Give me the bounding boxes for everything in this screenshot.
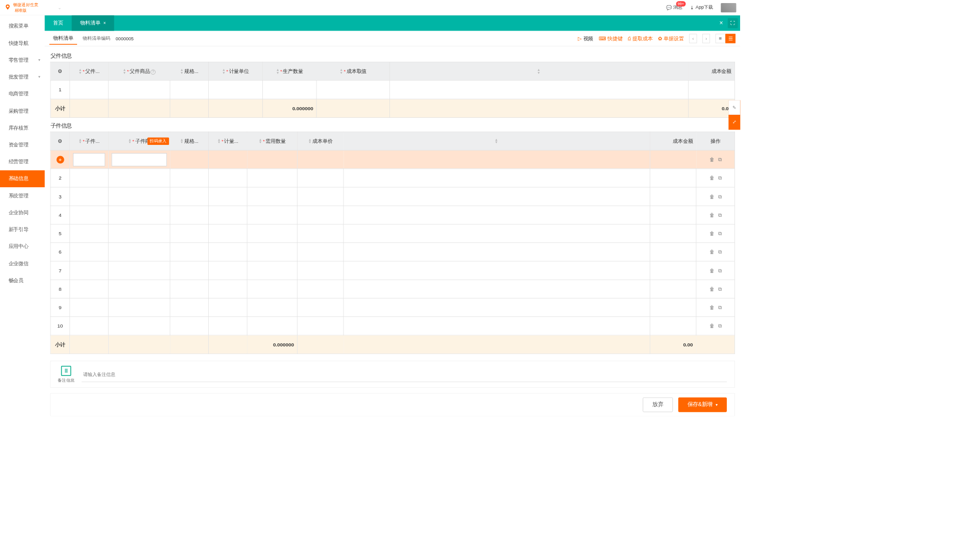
col-parent-spec[interactable]: ▲▼规格... [170, 62, 209, 80]
parent-qty-total: 0.000000 [262, 99, 316, 117]
sidebar-item[interactable]: 电商管理 [0, 86, 45, 103]
delete-icon[interactable]: 🗑 [709, 248, 714, 255]
copy-icon[interactable]: ⧉ [718, 322, 722, 329]
child-row[interactable]: 3🗑⧉ [51, 187, 734, 206]
delete-icon[interactable]: 🗑 [709, 322, 714, 329]
copy-icon[interactable]: ⧉ [718, 267, 722, 273]
add-row-button[interactable]: + [51, 150, 70, 168]
messages-button[interactable]: 💬 消息 99+ [666, 4, 682, 11]
delete-icon[interactable]: 🗑 [709, 286, 714, 292]
sidebar-item[interactable]: 应用中心 [0, 238, 45, 255]
col-parent-costsrc[interactable]: ▲▼*成本取值 [316, 62, 389, 80]
delete-icon[interactable]: 🗑 [709, 267, 714, 273]
chevron-down-icon: ▾ [716, 403, 718, 407]
sidebar-item[interactable]: 零售管理▾ [0, 52, 45, 68]
delete-icon[interactable]: 🗑 [709, 304, 714, 310]
copy-icon[interactable]: ⧉ [718, 304, 722, 310]
child-row[interactable]: 8🗑⧉ [51, 280, 734, 298]
copy-icon[interactable]: ⧉ [718, 193, 722, 199]
company-selector[interactable]: ⌄ [50, 5, 62, 10]
copy-icon[interactable]: ⧉ [718, 212, 722, 218]
fullscreen-button[interactable]: ⛶ [728, 18, 738, 28]
remark-input[interactable] [81, 366, 726, 382]
extract-cost-link[interactable]: ⎙提取成本 [628, 35, 652, 42]
child-row[interactable]: 4🗑⧉ [51, 206, 734, 224]
sidebar-item[interactable]: 新手引导 [0, 221, 45, 238]
child-row[interactable]: 10🗑⧉ [51, 316, 734, 335]
sidebar-item[interactable]: 企业微信 [0, 255, 45, 272]
delete-icon[interactable]: 🗑 [709, 193, 714, 199]
close-icon[interactable]: × [103, 21, 106, 26]
sidebar-item[interactable]: 采购管理 [0, 103, 45, 119]
tab-home[interactable]: 首页 [45, 15, 72, 31]
scan-input-button[interactable]: 扫码录入 [147, 137, 168, 144]
child-code-input[interactable] [73, 153, 105, 166]
col-child-name[interactable]: ▲▼*子件商扫码录入 [108, 132, 170, 150]
view-form-button[interactable]: ☰ [725, 34, 736, 43]
col-child-amount[interactable]: 成本金额 [650, 132, 696, 150]
gear-icon[interactable]: ⚙ [51, 132, 70, 150]
child-row[interactable]: 2🗑⧉ [51, 168, 734, 187]
next-button[interactable]: › [702, 34, 710, 43]
prev-button[interactable]: ‹ [689, 34, 697, 43]
delete-icon[interactable]: 🗑 [709, 212, 714, 218]
save-new-button[interactable]: 保存&新增▾ [678, 397, 726, 412]
copy-icon[interactable]: ⧉ [718, 174, 722, 181]
col-parent-name[interactable]: ▲▼*父件商品? [108, 62, 170, 80]
gear-icon[interactable]: ⚙ [51, 62, 70, 80]
cancel-button[interactable]: 放弃 [643, 397, 673, 412]
edition: 标准版 [15, 8, 39, 13]
child-row[interactable]: 5🗑⧉ [51, 224, 734, 242]
sidebar-item[interactable]: 库存核算 [0, 119, 45, 136]
subtab-bom[interactable]: 物料清单 [50, 32, 77, 44]
view-list-button[interactable]: ≡ [716, 34, 726, 43]
copy-icon[interactable]: ⧉ [718, 230, 722, 236]
shortcut-link[interactable]: ⌨快捷键 [599, 35, 623, 42]
tab-bom[interactable]: 物料清单 × [71, 15, 114, 31]
sidebar-item[interactable]: 搜索菜单 [0, 18, 45, 35]
save-label: 保存&新增 [687, 401, 712, 408]
app-download-button[interactable]: ⤓ App下载 [690, 4, 713, 11]
child-row[interactable]: 7🗑⧉ [51, 261, 734, 280]
child-name-input[interactable] [111, 153, 166, 166]
sidebar-item[interactable]: 资金管理 [0, 136, 45, 153]
tab-close-all[interactable]: × [716, 18, 726, 28]
sidebar-item[interactable]: 批发管理▾ [0, 68, 45, 85]
edit-float-button[interactable]: ✎ [728, 100, 740, 115]
row-index: 8 [51, 280, 70, 298]
parent-row[interactable]: 1 [51, 80, 734, 98]
child-row[interactable]: 9🗑⧉ [51, 298, 734, 316]
col-parent-amount[interactable]: 成本金额 [688, 62, 734, 80]
col-child-price[interactable]: ▲▼成本单价 [297, 132, 344, 150]
col-child-unit[interactable]: ▲▼*计量... [208, 132, 247, 150]
copy-icon[interactable]: ⧉ [718, 286, 722, 292]
copy-icon[interactable]: ⧉ [718, 156, 722, 162]
child-table: ⚙ ▲▼*子件... ▲▼*子件商扫码录入 ▲▼规格... ▲▼*计量... ▲… [50, 132, 734, 354]
col-parent-code[interactable]: ▲▼*父件... [69, 62, 108, 80]
expand-float-button[interactable]: ⤢ [728, 115, 740, 130]
sidebar-item[interactable]: 基础信息 [0, 170, 45, 187]
delete-icon[interactable]: 🗑 [709, 156, 714, 162]
tabbar: 首页 物料清单 × × ⛶ [45, 15, 740, 31]
video-link[interactable]: ▷视频 [578, 35, 593, 42]
help-icon[interactable]: ? [151, 69, 156, 74]
parent-amount-total: 0.00 [688, 99, 734, 117]
col-parent-unit[interactable]: ▲▼*计量单位 [208, 62, 262, 80]
doc-setting-link[interactable]: ✿单据设置 [658, 35, 684, 42]
sidebar-item[interactable]: 系统管理 [0, 187, 45, 204]
sidebar-item[interactable]: 快捷导航 [0, 35, 45, 52]
col-parent-qty[interactable]: ▲▼*生产数量 [262, 62, 316, 80]
sidebar-item[interactable]: 畅会员 [0, 272, 45, 289]
copy-icon[interactable]: ⧉ [718, 248, 722, 255]
col-child-code[interactable]: ▲▼*子件... [69, 132, 108, 150]
sidebar-item[interactable]: 企业协同 [0, 204, 45, 221]
col-child-spec[interactable]: ▲▼规格... [170, 132, 209, 150]
avatar[interactable] [721, 3, 736, 12]
sidebar-item[interactable]: 经营管理 [0, 154, 45, 170]
delete-icon[interactable]: 🗑 [709, 230, 714, 236]
col-child-qty[interactable]: ▲▼*需用数量 [247, 132, 297, 150]
child-row[interactable]: 6🗑⧉ [51, 242, 734, 261]
child-row[interactable]: +🗑⧉ [51, 150, 734, 168]
delete-icon[interactable]: 🗑 [709, 174, 714, 181]
remark-bar: ≣ 备注信息 [50, 361, 734, 388]
